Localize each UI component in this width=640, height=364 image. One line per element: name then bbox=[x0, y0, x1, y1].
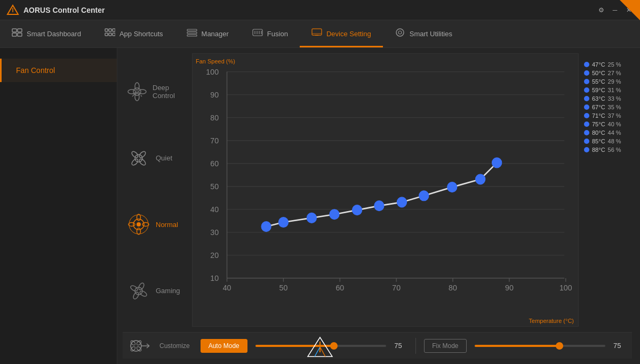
svg-text:40: 40 bbox=[210, 205, 219, 214]
mode-deep-control[interactable]: Deep Control bbox=[123, 75, 187, 109]
legend-speed-2: 29 % bbox=[608, 78, 621, 85]
gaming-icon bbox=[127, 279, 150, 303]
svg-rect-8 bbox=[113, 29, 115, 31]
close-button[interactable]: ✕ bbox=[624, 5, 634, 15]
svg-point-43 bbox=[137, 222, 141, 227]
legend-dot-6 bbox=[584, 113, 589, 118]
svg-rect-20 bbox=[312, 29, 322, 35]
tab-manager[interactable]: Manager bbox=[175, 20, 241, 47]
svg-rect-11 bbox=[113, 33, 115, 36]
legend-temp-6: 71°C bbox=[592, 112, 605, 119]
legend-dot-8 bbox=[584, 130, 589, 135]
fix-mode-slider-thumb[interactable] bbox=[556, 342, 563, 350]
svg-text:50: 50 bbox=[279, 284, 288, 292]
legend-speed-9: 48 % bbox=[608, 138, 621, 144]
mode-quiet[interactable]: Quiet bbox=[123, 141, 187, 175]
svg-line-107 bbox=[320, 347, 325, 357]
fix-mode-slider-track[interactable] bbox=[475, 345, 605, 347]
legend-speed-3: 31 % bbox=[608, 87, 621, 93]
legend-dot-3 bbox=[584, 87, 589, 93]
legend-dot-0 bbox=[584, 62, 589, 67]
title-bar: AORUS Control Center ⚙ ─ ✕ bbox=[0, 0, 640, 20]
smart-dashboard-icon bbox=[12, 28, 22, 39]
svg-point-41 bbox=[137, 228, 141, 234]
legend-temp-8: 80°C bbox=[592, 130, 605, 136]
legend-temp-2: 55°C bbox=[592, 78, 605, 85]
svg-point-35 bbox=[131, 158, 139, 166]
quiet-icon bbox=[127, 147, 150, 170]
svg-text:80: 80 bbox=[449, 284, 457, 292]
customize-label: Customize bbox=[159, 342, 190, 350]
svg-point-28 bbox=[135, 93, 139, 101]
legend-panel: 47°C 25 % 50°C 27 % 55°C 29 % 59°C 31 % bbox=[584, 53, 632, 329]
svg-text:40: 40 bbox=[223, 284, 231, 292]
legend-dot-9 bbox=[584, 139, 589, 144]
legend-speed-5: 35 % bbox=[608, 104, 621, 110]
svg-point-40 bbox=[142, 223, 149, 227]
settings-button[interactable]: ⚙ bbox=[596, 5, 606, 15]
svg-rect-13 bbox=[187, 32, 197, 34]
legend-dot-1 bbox=[584, 70, 589, 76]
svg-rect-5 bbox=[18, 33, 22, 36]
tab-smart-dashboard[interactable]: Smart Dashboard bbox=[0, 20, 93, 47]
aorus-logo-icon bbox=[6, 4, 19, 17]
deep-control-label: Deep Control bbox=[153, 84, 182, 100]
fix-mode-slider-container bbox=[475, 345, 605, 347]
fan-speed-chart: 100 90 80 70 60 50 40 30 20 10 bbox=[193, 54, 578, 326]
tab-smart-utilities[interactable]: Smart Utilities bbox=[383, 20, 464, 47]
manager-icon bbox=[187, 28, 197, 39]
svg-rect-15 bbox=[253, 29, 262, 36]
svg-point-95 bbox=[492, 158, 502, 168]
mode-gaming[interactable]: Gaming bbox=[123, 274, 187, 308]
svg-rect-4 bbox=[12, 33, 17, 36]
svg-point-33 bbox=[138, 150, 147, 159]
svg-text:90: 90 bbox=[210, 91, 219, 99]
aorus-bottom-logo bbox=[307, 336, 333, 360]
svg-text:100: 100 bbox=[559, 284, 572, 292]
fix-mode-value: 75 bbox=[613, 342, 627, 350]
tab-app-shortcuts[interactable]: App Shortcuts bbox=[93, 20, 175, 47]
svg-text:60: 60 bbox=[210, 159, 219, 168]
main-content: Fan Control bbox=[0, 48, 640, 364]
svg-rect-22 bbox=[315, 35, 318, 36]
legend-item-5: 67°C 35 % bbox=[584, 104, 632, 110]
svg-point-89 bbox=[353, 205, 362, 215]
legend-dot-5 bbox=[584, 104, 589, 110]
gaming-label: Gaming bbox=[156, 287, 180, 295]
svg-rect-9 bbox=[105, 33, 108, 36]
legend-temp-1: 50°C bbox=[592, 70, 605, 76]
sidebar: Fan Control bbox=[0, 48, 117, 364]
sidebar-item-fan-control[interactable]: Fan Control bbox=[0, 59, 117, 82]
svg-point-91 bbox=[397, 197, 406, 207]
chart-container: Fan Speed (%) Temperature (°C) 100 bbox=[192, 53, 579, 327]
mode-column: Deep Control Quiet bbox=[123, 53, 187, 329]
legend-temp-3: 59°C bbox=[592, 87, 605, 93]
svg-point-94 bbox=[476, 174, 485, 184]
legend-speed-6: 37 % bbox=[608, 112, 621, 119]
app-title: AORUS Control Center bbox=[23, 6, 596, 14]
auto-mode-button[interactable]: Auto Mode bbox=[201, 339, 247, 353]
legend-item-6: 71°C 37 % bbox=[584, 112, 632, 119]
legend-speed-4: 33 % bbox=[608, 95, 621, 102]
svg-rect-2 bbox=[12, 29, 17, 32]
svg-point-86 bbox=[278, 217, 288, 228]
svg-point-93 bbox=[447, 182, 457, 192]
fusion-icon bbox=[252, 28, 263, 39]
mode-normal[interactable]: Normal bbox=[123, 207, 187, 241]
legend-temp-10: 88°C bbox=[592, 147, 605, 153]
tab-app-shortcuts-label: App Shortcuts bbox=[119, 30, 163, 38]
legend-item-1: 50°C 27 % bbox=[584, 70, 632, 76]
customize-icon bbox=[128, 338, 151, 354]
tab-device-setting[interactable]: Device Setting bbox=[300, 20, 383, 47]
tab-fusion[interactable]: Fusion bbox=[241, 20, 300, 47]
minimize-button[interactable]: ─ bbox=[610, 5, 620, 15]
svg-rect-12 bbox=[187, 29, 197, 31]
legend-item-10: 88°C 56 % bbox=[584, 147, 632, 153]
svg-point-29 bbox=[128, 90, 135, 94]
tab-smart-utilities-label: Smart Utilities bbox=[410, 30, 452, 38]
svg-line-106 bbox=[315, 347, 320, 357]
svg-text:100: 100 bbox=[206, 68, 219, 76]
fix-mode-button[interactable]: Fix Mode bbox=[424, 339, 466, 353]
nav-tabs: Smart Dashboard App Shortcuts Manager Fu… bbox=[0, 20, 640, 48]
svg-text:70: 70 bbox=[210, 136, 219, 145]
